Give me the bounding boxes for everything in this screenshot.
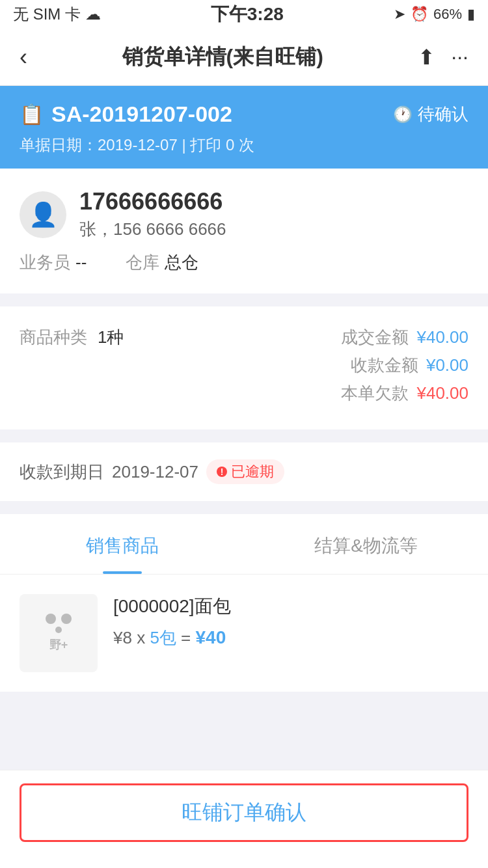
receipt-amount-value: ¥0.00 xyxy=(426,355,468,375)
order-id: 📋 SA-20191207-002 xyxy=(20,102,232,127)
product-thumbnail: 野+ xyxy=(20,594,98,672)
nav-actions: ⬆ ··· xyxy=(418,45,468,70)
product-type-label: 商品种类 xyxy=(20,326,87,349)
product-info: [0000002]面包 ¥8 x 5包 = ¥40 xyxy=(113,594,468,649)
more-button[interactable]: ··· xyxy=(451,45,468,69)
tab-sales-products[interactable]: 销售商品 xyxy=(0,514,244,574)
status-bar-left: 无 SIM 卡 ☁ xyxy=(13,4,101,25)
battery-icon: ▮ xyxy=(467,6,475,23)
location-icon: ➤ xyxy=(394,6,405,23)
salesperson-label: 业务员 xyxy=(20,251,70,274)
order-date-row: 单据日期：2019-12-07 | 打印 0 次 xyxy=(20,135,468,156)
order-header-banner: 📋 SA-20191207-002 🕐 待确认 单据日期：2019-12-07 … xyxy=(0,86,488,169)
product-quantity: 5包 xyxy=(150,628,176,647)
bottom-button-bar: 旺铺订单确认 xyxy=(0,770,488,868)
sim-status: 无 SIM 卡 ☁ xyxy=(13,4,101,25)
print-info: | 打印 0 次 xyxy=(182,136,254,154)
receipt-amount-row: 收款金额 ¥0.00 xyxy=(341,354,468,377)
status-bar-right: ➤ ⏰ 66% ▮ xyxy=(394,6,475,23)
overdue-badge: ! 已逾期 xyxy=(206,459,284,484)
thumb-inner: 野+ xyxy=(46,614,72,653)
product-type-info: 商品种类 1种 xyxy=(20,326,124,349)
tab-settlement-label: 结算&物流等 xyxy=(314,536,418,556)
product-type-value: 1种 xyxy=(98,326,124,349)
deal-amount-label: 成交金额 xyxy=(341,326,409,349)
warehouse-item: 仓库 总仓 xyxy=(126,251,198,274)
deal-amount-row: 成交金额 ¥40.00 xyxy=(341,326,468,349)
amount-info: 成交金额 ¥40.00 收款金额 ¥0.00 本单欠款 ¥40.00 xyxy=(341,326,468,410)
due-date-label: 收款到期日 xyxy=(20,461,104,483)
receipt-amount-label: 收款金额 xyxy=(351,354,418,377)
customer-meta: 业务员 -- 仓库 总仓 xyxy=(20,251,468,274)
customer-info: 17666666666 张，156 6666 6666 xyxy=(79,188,226,241)
product-name: [0000002]面包 xyxy=(113,594,468,619)
confirm-order-button[interactable]: 旺铺订单确认 xyxy=(20,783,468,842)
status-bar-time: 下午3:28 xyxy=(211,2,284,27)
tabs-row: 销售商品 结算&物流等 xyxy=(0,514,488,575)
nav-bar: ‹ 销货单详情(来自旺铺) ⬆ ··· xyxy=(0,29,488,86)
customer-phone: 17666666666 xyxy=(79,188,226,215)
salesperson-value: -- xyxy=(75,252,87,273)
product-section: 野+ [0000002]面包 ¥8 x 5包 = ¥40 xyxy=(0,575,488,692)
thumb-nose xyxy=(55,627,62,633)
thumb-label: 野+ xyxy=(49,637,68,653)
product-total: ¥40 xyxy=(195,627,226,647)
deal-amount-value: ¥40.00 xyxy=(416,327,468,347)
debt-row: 本单欠款 ¥40.00 xyxy=(341,382,468,405)
order-status-text: 待确认 xyxy=(418,103,468,126)
tab-settlement[interactable]: 结算&物流等 xyxy=(244,514,488,574)
product-price-row: ¥8 x 5包 = ¥40 xyxy=(113,627,468,649)
status-bar: 无 SIM 卡 ☁ 下午3:28 ➤ ⏰ 66% ▮ xyxy=(0,0,488,29)
header-top-row: 📋 SA-20191207-002 🕐 待确认 xyxy=(20,102,468,127)
debt-label: 本单欠款 xyxy=(341,382,409,405)
thumb-eye-right xyxy=(61,614,72,624)
customer-name: 张，156 6666 6666 xyxy=(79,218,226,241)
customer-row: 👤 17666666666 张，156 6666 6666 xyxy=(20,188,468,241)
date-value: 2019-12-07 xyxy=(98,136,178,154)
debt-value: ¥40.00 xyxy=(416,383,468,403)
tabs-section: 销售商品 结算&物流等 xyxy=(0,514,488,575)
warehouse-label: 仓库 xyxy=(126,251,159,274)
tab-sales-products-label: 销售商品 xyxy=(86,536,159,556)
due-date-section: 收款到期日 2019-12-07 ! 已逾期 xyxy=(0,442,488,501)
stats-section: 商品种类 1种 成交金额 ¥40.00 收款金额 ¥0.00 本单欠款 ¥40.… xyxy=(0,306,488,429)
due-date-value: 2019-12-07 xyxy=(112,462,198,482)
customer-section: 👤 17666666666 张，156 6666 6666 业务员 -- 仓库 … xyxy=(0,169,488,293)
order-icon: 📋 xyxy=(20,103,44,126)
thumb-eye-left xyxy=(46,614,56,624)
equals-sign: = xyxy=(176,628,196,647)
overdue-text: 已逾期 xyxy=(231,462,274,481)
clock-icon: 🕐 xyxy=(393,105,413,124)
avatar-icon: 👤 xyxy=(29,201,58,228)
order-status: 🕐 待确认 xyxy=(393,103,468,126)
product-unit-price: ¥8 x xyxy=(113,628,150,647)
order-id-value: SA-20191207-002 xyxy=(51,102,232,127)
salesperson-item: 业务员 -- xyxy=(20,251,87,274)
battery-status: 66% xyxy=(433,6,462,23)
product-item: 野+ [0000002]面包 ¥8 x 5包 = ¥40 xyxy=(20,594,468,672)
page-title: 销货单详情(来自旺铺) xyxy=(122,43,323,72)
customer-avatar: 👤 xyxy=(20,191,66,238)
thumb-eyes xyxy=(46,614,72,624)
date-label: 单据日期： xyxy=(20,136,98,154)
warehouse-value: 总仓 xyxy=(165,251,198,274)
alarm-icon: ⏰ xyxy=(411,6,428,23)
share-button[interactable]: ⬆ xyxy=(418,45,435,70)
overdue-icon: ! xyxy=(217,467,227,477)
back-button[interactable]: ‹ xyxy=(20,44,27,71)
